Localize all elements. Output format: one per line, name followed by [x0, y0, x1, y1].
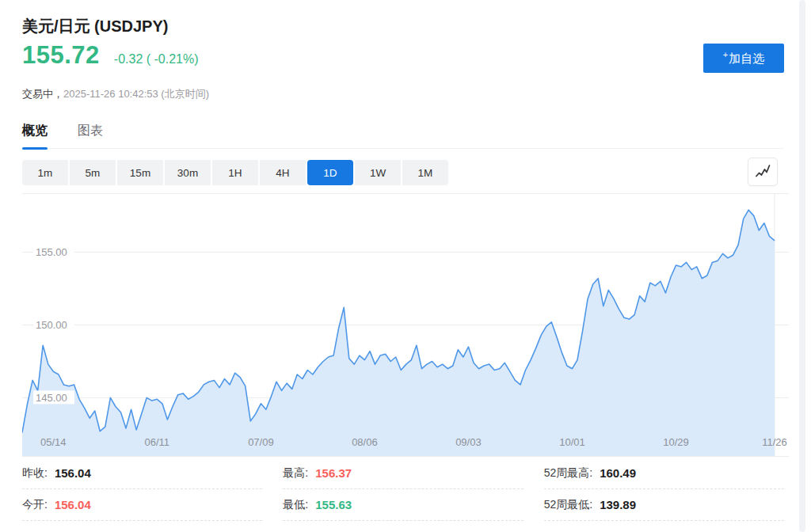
stat-label: 52周最低: [544, 498, 592, 512]
svg-text:07/09: 07/09 [248, 436, 274, 448]
tab-overview[interactable]: 概览 [22, 119, 48, 148]
page-title: 美元/日元 (USDJPY) [22, 16, 168, 37]
stat-value: 160.49 [600, 466, 636, 480]
quote-page: 美元/日元 (USDJPY) 155.72 -0.32 ( -0.21%) 交易… [0, 0, 811, 532]
svg-text:06/11: 06/11 [145, 436, 170, 448]
stat-52w-high: 52周最高: 160.49 [544, 458, 784, 489]
stat-label: 今开: [22, 498, 48, 512]
range-4h[interactable]: 4H [260, 160, 306, 185]
line-chart-icon [754, 163, 771, 181]
add-watchlist-label: 加自选 [729, 51, 764, 65]
range-15m[interactable]: 15m [117, 160, 163, 185]
tab-chart-label: 图表 [78, 124, 103, 137]
last-price: 155.72 [22, 41, 100, 70]
stat-open: 今开: 156.04 [22, 489, 262, 521]
range-1w[interactable]: 1W [355, 160, 401, 185]
range-1m[interactable]: 1m [22, 160, 68, 185]
range-1h[interactable]: 1H [212, 160, 258, 185]
stat-high: 最高: 156.37 [283, 458, 523, 489]
svg-text:145.00: 145.00 [36, 392, 67, 404]
range-selector: 1m 5m 15m 30m 1H 4H 1D 1W 1M [22, 160, 784, 185]
stat-label: 最高: [283, 466, 308, 481]
svg-text:10/01: 10/01 [559, 436, 585, 448]
svg-text:150.00: 150.00 [36, 319, 67, 331]
range-1d[interactable]: 1D [307, 160, 353, 185]
stat-prev-close: 昨收: 156.04 [22, 458, 262, 489]
tab-chart[interactable]: 图表 [78, 119, 103, 148]
range-1m-month[interactable]: 1M [402, 160, 448, 185]
stat-value: 156.04 [55, 466, 91, 480]
range-5m[interactable]: 5m [70, 160, 116, 185]
add-watchlist-button[interactable]: +加自选 [703, 44, 784, 73]
svg-text:08/06: 08/06 [352, 436, 378, 448]
trading-status: 交易中， [22, 88, 63, 100]
svg-text:155.00: 155.00 [36, 246, 67, 258]
stat-value: 156.04 [55, 498, 91, 511]
stats-grid: 昨收: 156.04 最高: 156.37 52周最高: 160.49 今开: … [22, 458, 784, 521]
stat-low: 最低: 155.63 [283, 489, 523, 521]
svg-text:10/29: 10/29 [663, 436, 689, 448]
tab-bar: 概览 图表 [22, 119, 784, 149]
plus-icon: + [723, 50, 728, 59]
scrollbar[interactable] [799, 0, 805, 532]
price-row: 155.72 -0.32 ( -0.21%) [22, 41, 199, 70]
chart-style-button[interactable] [748, 158, 778, 186]
tab-overview-label: 概览 [22, 124, 48, 137]
stat-value: 139.89 [600, 498, 636, 511]
price-change: -0.32 ( -0.21%) [114, 52, 199, 66]
price-chart[interactable]: 145.00150.00155.0005/1406/1107/0908/0609… [22, 193, 789, 457]
quote-timestamp: 2025-11-26 10:42:53 (北京时间) [63, 88, 209, 100]
stat-value: 155.63 [315, 498, 352, 511]
svg-text:09/03: 09/03 [455, 436, 482, 448]
status-row: 交易中，2025-11-26 10:42:53 (北京时间) [22, 87, 209, 101]
stat-label: 最低: [283, 498, 308, 512]
chart-toolbar: 1m 5m 15m 30m 1H 4H 1D 1W 1M [22, 160, 784, 186]
svg-text:05/14: 05/14 [40, 436, 67, 448]
svg-text:11/26: 11/26 [762, 436, 787, 448]
stat-value: 156.37 [315, 466, 352, 480]
range-30m[interactable]: 30m [165, 160, 211, 185]
stat-52w-low: 52周最低: 139.89 [544, 489, 784, 521]
stat-label: 52周最高: [544, 466, 592, 481]
stat-label: 昨收: [22, 466, 48, 481]
price-chart-canvas: 145.00150.00155.0005/1406/1107/0908/0609… [22, 194, 789, 456]
